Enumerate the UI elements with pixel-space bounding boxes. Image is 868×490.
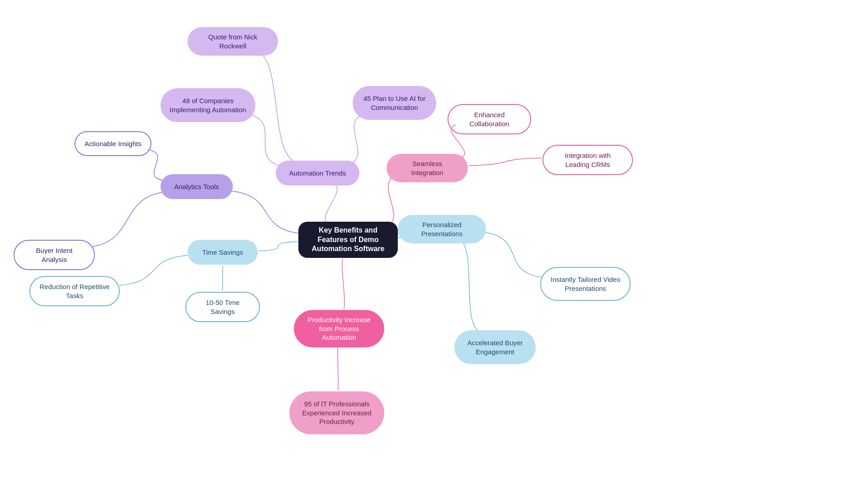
node-time_savings_10_50[interactable]: 10-50 Time Savings — [185, 292, 260, 322]
node-it_professionals_95[interactable]: 95 of IT Professionals Experienced Incre… — [289, 391, 384, 434]
node-time_savings[interactable]: Time Savings — [188, 240, 258, 265]
connection-automation_trends-quote_nick — [258, 51, 295, 162]
connection-productivity_increase-it_professionals_95 — [338, 345, 338, 390]
connection-seamless_integration-integration_crm — [469, 158, 542, 166]
node-seamless_integration[interactable]: Seamless Integration — [387, 154, 468, 182]
connection-automation_trends-companies_48 — [249, 114, 281, 166]
node-automation_trends[interactable]: Automation Trends — [276, 161, 359, 186]
connection-analytics_tools-buyer_intent — [92, 192, 163, 247]
connection-personalized_presentations-instantly_tailored — [484, 232, 542, 277]
connection-time_savings-reduction_repetitive — [119, 256, 188, 285]
node-analytics_tools[interactable]: Analytics Tools — [160, 174, 233, 199]
connection-personalized_presentations-accelerated_buyer — [460, 239, 478, 331]
connection-analytics_tools-actionable_insights — [148, 150, 164, 181]
connection-center-analytics_tools — [231, 191, 300, 233]
connection-center-seamless_integration — [385, 176, 397, 227]
node-ai_45[interactable]: 45 Plan to Use AI for Communication — [353, 86, 436, 120]
mindmap-container: Key Benefits and Features of Demo Automa… — [0, 0, 868, 490]
node-accelerated_buyer[interactable]: Accelerated Buyer Engagement — [454, 330, 536, 364]
connection-center-productivity_increase — [342, 259, 344, 309]
connection-center-time_savings — [259, 242, 298, 251]
node-productivity_increase[interactable]: Productivity Increase from Process Autom… — [294, 310, 384, 347]
node-personalized_presentations[interactable]: Personalized Presentations — [398, 215, 486, 243]
node-integration_crm[interactable]: Integration with Leading CRMs — [542, 145, 633, 175]
node-quote_nick[interactable]: Quote from Nick Rockwell — [188, 27, 278, 56]
connection-automation_trends-ai_45 — [349, 115, 363, 164]
node-actionable_insights[interactable]: Actionable Insights — [75, 131, 151, 156]
node-center[interactable]: Key Benefits and Features of Demo Automa… — [298, 222, 398, 258]
connections-svg — [0, 0, 868, 490]
connection-center-automation_trends — [325, 185, 337, 222]
node-reduction_repetitive[interactable]: Reduction of Repetitive Tasks — [29, 276, 120, 306]
node-enhanced_collaboration[interactable]: Enhanced Collaboration — [448, 104, 531, 134]
node-instantly_tailored[interactable]: Instantly Tailored Video Presentations — [540, 267, 631, 301]
node-companies_48[interactable]: 48 of Companies Implementing Automation — [160, 88, 255, 122]
node-buyer_intent[interactable]: Buyer Intent Analysis — [14, 240, 95, 270]
